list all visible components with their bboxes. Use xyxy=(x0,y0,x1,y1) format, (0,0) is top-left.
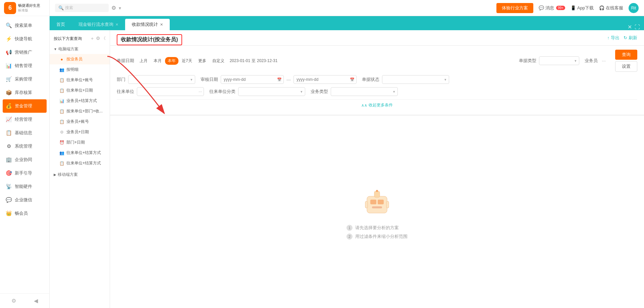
system-icon: ⚙ xyxy=(5,143,12,150)
sidebar-item-member[interactable]: 👑 畅会员 xyxy=(0,207,49,220)
sidebar-item-purchase[interactable]: 🛒 采购管理 xyxy=(0,72,49,86)
sidebar-item-inventory[interactable]: 📦 库存核算 xyxy=(0,86,49,99)
doc-status-label: 单据状态 xyxy=(362,76,379,83)
trial-btn[interactable]: 体验行业方案 xyxy=(496,3,533,13)
scheme-item-dept-date[interactable]: ⏰ 部门+日期 xyxy=(50,137,110,148)
sidebar-item-finance[interactable]: 💰 资金管理 xyxy=(3,99,47,113)
app-download-btn[interactable]: 📱 App下载 xyxy=(571,5,594,11)
desktop-group-title[interactable]: ▼ 电脑端方案 xyxy=(50,44,110,54)
topbar-gear-btn[interactable]: ⚙ xyxy=(111,5,116,11)
left-panel: 按以下方案查询 ＋ ⚙ 《 ▼ 电脑端方案 ● 按业务员 👥 xyxy=(50,30,110,308)
partner-settle2-icon: 📋 xyxy=(59,161,64,166)
window-close-btn[interactable]: ✕ xyxy=(628,24,632,30)
doc-type-label: 单据类型 xyxy=(519,58,536,64)
date-tab-custom[interactable]: 自定义 xyxy=(210,57,227,65)
scheme-item-partner-date[interactable]: 📋 往来单位+日期 xyxy=(50,85,110,96)
date-tab-last-month[interactable]: 上月 xyxy=(137,57,150,65)
topbar: 🔍 搜索 ⚙ ▾ 体验行业方案 💬 消息 99+ 📱 App下载 🎧 在线客服 xyxy=(50,0,644,16)
sidebar-item-marketing[interactable]: 📢 营销推广 xyxy=(0,46,49,59)
export-icon: ↑ xyxy=(607,35,610,40)
scheme-item-staff-settle[interactable]: 📊 业务员+结算方式 xyxy=(50,96,110,106)
settings-btn[interactable]: 设置 xyxy=(615,61,637,72)
mobile-group-title[interactable]: ▶ 移动端方案 xyxy=(50,170,110,179)
scheme-item-by-staff[interactable]: ● 按业务员 xyxy=(50,54,110,64)
svg-rect-7 xyxy=(386,201,389,208)
scheme-item-staff-account[interactable]: 📋 业务员+账号 xyxy=(50,116,110,127)
scheme-item-partner-dept[interactable]: 📋 按来单位+部门+收... xyxy=(50,106,110,116)
sidebar-collapse-btn[interactable]: ◀ xyxy=(33,296,39,305)
refresh-btn[interactable]: ↻ 刷新 xyxy=(624,35,637,41)
hint-num-2: 2 xyxy=(346,234,353,240)
window-maximize-btn[interactable]: ⛶ xyxy=(635,24,640,30)
partner-input[interactable] xyxy=(137,87,204,96)
sidebar-settings-btn[interactable]: ⚙ xyxy=(10,296,17,305)
operation-icon: 📈 xyxy=(5,116,12,123)
search-hint: 搜索 xyxy=(65,5,73,11)
sidebar-item-basic[interactable]: 📋 基础信息 xyxy=(0,126,49,140)
sidebar-item-wechat[interactable]: 💬 企业微信 xyxy=(0,193,49,207)
scheme-settings-btn[interactable]: ⚙ xyxy=(96,36,100,42)
logo-name: 畅捷通好生意 xyxy=(18,3,40,8)
sidebar-item-guide[interactable]: 🎯 新手引导 xyxy=(0,166,49,180)
partner-label: 往来单位 xyxy=(117,89,134,95)
staff-account-icon: 📋 xyxy=(59,119,64,124)
dept-label: 部门 xyxy=(117,76,125,83)
scheme-item-partner-settle2[interactable]: 📋 往来单位+结算方式 xyxy=(50,158,110,168)
collapse-btn[interactable]: ∧∧ 收起更多条件 xyxy=(117,100,637,111)
tab-cashflow-close[interactable]: ✕ xyxy=(115,22,118,27)
sidebar-item-hardware[interactable]: 📡 智能硬件 xyxy=(0,180,49,193)
review-date-from[interactable] xyxy=(221,75,284,84)
add-scheme-btn[interactable]: ＋ xyxy=(90,36,95,42)
scheme-item-partner-account[interactable]: 📋 往来单位+账号 xyxy=(50,75,110,85)
message-badge: 99+ xyxy=(556,6,565,10)
sidebar-item-sales[interactable]: 📊 销售管理 xyxy=(0,59,49,72)
doc-type-group: 单据类型 xyxy=(519,56,579,65)
svg-rect-2 xyxy=(378,200,384,204)
scheme-item-partner-settle1[interactable]: 👥 往来单位+结算方式 xyxy=(50,148,110,158)
tab-receipt-close[interactable]: ✕ xyxy=(160,22,163,27)
tab-receipt[interactable]: 收款情况统计 ✕ xyxy=(125,19,170,30)
scheme-item-staff-date[interactable]: ⚙ 业务员+日期 xyxy=(50,127,110,137)
tab-cashflow[interactable]: 现金银行流水查询 ✕ xyxy=(72,19,125,30)
review-date-to[interactable] xyxy=(293,75,357,84)
staff-scheme-icon: ● xyxy=(59,57,64,62)
sidebar-item-search[interactable]: 🔍 搜索菜单 xyxy=(0,19,49,32)
partner-category-select[interactable] xyxy=(238,87,305,96)
hint-text-2: 用过滤条件来缩小分析范围 xyxy=(355,234,408,240)
svg-point-5 xyxy=(376,190,378,192)
partner-ellipsis-btn[interactable]: ··· xyxy=(199,89,202,94)
date-range: 2023-01-01 至 2023-12-31 xyxy=(230,58,278,64)
logo-icon: 6 xyxy=(4,2,16,14)
export-btn[interactable]: ↑ 导出 xyxy=(607,35,620,41)
partner-category-label: 往来单位分类 xyxy=(209,89,235,95)
panel-collapse-btn[interactable]: 《 xyxy=(102,36,106,42)
query-btn[interactable]: 查询 xyxy=(615,50,637,60)
topbar-dropdown-btn[interactable]: ▾ xyxy=(119,5,121,11)
date-tab-last7[interactable]: 近7天 xyxy=(179,57,195,65)
staff-settle-icon: 📊 xyxy=(59,98,64,104)
sales-icon: 📊 xyxy=(5,62,12,69)
doc-status-select[interactable] xyxy=(382,75,449,84)
date-tab-this-year[interactable]: 本年 xyxy=(165,57,178,65)
tab-home[interactable]: 首页 xyxy=(50,19,72,30)
date-tab-this-month[interactable]: 本月 xyxy=(151,57,164,65)
hint-2: 2 用过滤条件来缩小分析范围 xyxy=(346,234,408,240)
date-label: 单据日期 xyxy=(117,58,134,64)
mobile-arrow-icon: ▶ xyxy=(54,173,56,176)
user-avatar[interactable]: Rit xyxy=(629,3,639,13)
doc-type-select[interactable] xyxy=(539,56,579,65)
headset-icon: 🎧 xyxy=(599,5,604,10)
sidebar-item-quicknav[interactable]: ⚡ 快捷导航 xyxy=(0,32,49,46)
sidebar-item-system[interactable]: ⚙ 系统管理 xyxy=(0,140,49,153)
biz-type-select[interactable] xyxy=(331,87,398,96)
sidebar-item-corp[interactable]: 🏢 企业协同 xyxy=(0,153,49,166)
dept-select[interactable] xyxy=(128,75,195,84)
date-tab-more[interactable]: 更多 xyxy=(196,57,209,65)
online-service-btn[interactable]: 🎧 在线客服 xyxy=(599,5,623,11)
staff-more-btn[interactable]: ··· xyxy=(600,58,607,63)
date-filter-group: 单据日期 上月 本月 本年 近7天 更多 自定义 2023-01-01 至 xyxy=(117,57,277,65)
sidebar-item-operation[interactable]: 📈 经营管理 xyxy=(0,113,49,126)
scheme-item-by-detail[interactable]: 👥 按明细 xyxy=(50,64,110,75)
topbar-search-box[interactable]: 🔍 搜索 xyxy=(55,4,109,12)
message-btn[interactable]: 💬 消息 99+ xyxy=(539,5,565,11)
